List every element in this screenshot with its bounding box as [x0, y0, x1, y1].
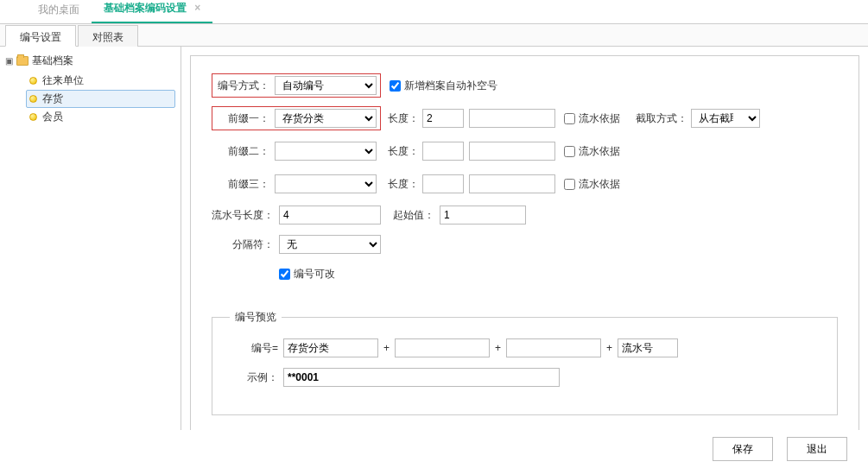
length1-label: 长度： [381, 111, 422, 126]
prefix2-select[interactable] [275, 142, 377, 161]
numbering-mode-label: 编号方式： [216, 79, 275, 93]
start-val-input[interactable] [440, 206, 526, 225]
settings-panel: 编号方式： 自动编号 新增档案自动补空号 前缀一： 存货分类 长度： [190, 55, 859, 430]
flow1-checkbox[interactable] [564, 113, 575, 124]
tree-root[interactable]: ▣ 基础档案 [5, 54, 175, 68]
prefix1-select[interactable]: 存货分类 [275, 109, 377, 128]
separator-label: 分隔符： [212, 237, 279, 252]
example-label: 示例： [230, 370, 283, 385]
serial-len-label: 流水号长度： [212, 208, 279, 223]
length2-input[interactable] [422, 142, 464, 161]
length1b-input[interactable] [469, 109, 555, 128]
separator-select[interactable]: 无 [279, 235, 381, 254]
tree-item-label: 往来单位 [42, 73, 84, 88]
length3b-input[interactable] [469, 174, 555, 193]
highlight-prefix1: 前缀一： 存货分类 [212, 106, 381, 130]
tab-encoding-settings[interactable]: 基础档案编码设置 × [92, 0, 212, 23]
autofill-checkbox[interactable] [390, 80, 401, 92]
bullet-icon [29, 77, 37, 85]
tree-item-member[interactable]: 会员 [26, 108, 175, 126]
length2-label: 长度： [381, 144, 422, 159]
prefix3-label: 前缀三： [216, 177, 275, 192]
preview-seg4[interactable] [618, 338, 678, 357]
length1-input[interactable] [422, 109, 464, 128]
prefix1-label: 前缀一： [216, 111, 275, 126]
editable-checkbox[interactable] [279, 269, 290, 280]
flow1-checkbox-wrap[interactable]: 流水依据 [564, 111, 620, 126]
subtab-mapping[interactable]: 对照表 [78, 25, 138, 47]
footer-bar: 保存 退出 [0, 430, 868, 468]
numbering-mode-select[interactable]: 自动编号 [275, 76, 377, 95]
flow2-checkbox[interactable] [564, 146, 575, 157]
folder-icon [16, 56, 29, 66]
close-icon[interactable]: × [194, 2, 200, 14]
top-tab-bar: 我的桌面 基础档案编码设置 × [0, 0, 868, 24]
trunc-mode-select[interactable]: 从右截取 [691, 109, 760, 128]
highlight-numbering-mode: 编号方式： 自动编号 [212, 73, 381, 98]
tab-encoding-label: 基础档案编码设置 [104, 2, 187, 14]
tab-desktop[interactable]: 我的桌面 [26, 0, 92, 23]
plus-icon: + [490, 342, 506, 354]
prefix2-label: 前缀二： [216, 144, 275, 159]
exit-button[interactable]: 退出 [787, 437, 847, 461]
preview-seg1[interactable] [283, 338, 378, 357]
sidebar: ▣ 基础档案 往来单位 存货 会员 [0, 47, 181, 430]
save-button[interactable]: 保存 [713, 437, 773, 461]
serial-len-input[interactable] [279, 206, 381, 225]
autofill-checkbox-wrap[interactable]: 新增档案自动补空号 [390, 79, 497, 93]
preview-legend: 编号预览 [230, 310, 282, 325]
tree-root-label: 基础档案 [32, 54, 73, 68]
preview-fieldset: 编号预览 编号= + + + 示例： [212, 310, 838, 415]
subtab-mapping-label: 对照表 [92, 31, 124, 43]
editable-checkbox-wrap[interactable]: 编号可改 [279, 267, 335, 281]
tree-item-inventory[interactable]: 存货 [26, 90, 175, 108]
preview-seg3[interactable] [506, 338, 601, 357]
tree-item-label: 会员 [42, 110, 63, 124]
prefix3-select[interactable] [275, 174, 377, 193]
flow2-label: 流水依据 [579, 144, 620, 159]
start-val-label: 起始值： [393, 208, 434, 223]
plus-icon: + [378, 342, 395, 354]
preview-seg2[interactable] [395, 338, 490, 357]
example-output [283, 368, 560, 387]
plus-icon: + [601, 342, 618, 354]
trunc-mode-label: 截取方式： [636, 111, 687, 126]
flow3-checkbox[interactable] [564, 179, 575, 190]
flow3-checkbox-wrap[interactable]: 流水依据 [564, 177, 620, 192]
length3-label: 长度： [381, 177, 422, 192]
flow2-checkbox-wrap[interactable]: 流水依据 [564, 144, 620, 159]
bullet-icon [29, 113, 37, 121]
sub-tab-bar: 编号设置 对照表 [0, 24, 868, 47]
tree-item-label: 存货 [42, 92, 63, 106]
subtab-numbering[interactable]: 编号设置 [5, 25, 76, 47]
length3-input[interactable] [422, 174, 464, 193]
length2b-input[interactable] [469, 142, 555, 161]
subtab-numbering-label: 编号设置 [20, 31, 61, 43]
editable-label: 编号可改 [294, 267, 335, 281]
collapse-icon[interactable]: ▣ [5, 56, 13, 66]
tab-desktop-label: 我的桌面 [38, 3, 79, 16]
tree-item-partner[interactable]: 往来单位 [26, 72, 175, 90]
flow3-label: 流水依据 [579, 177, 620, 192]
preview-eq-label: 编号= [230, 341, 283, 356]
autofill-label: 新增档案自动补空号 [404, 79, 497, 93]
bullet-icon [29, 95, 37, 103]
flow1-label: 流水依据 [579, 111, 620, 126]
